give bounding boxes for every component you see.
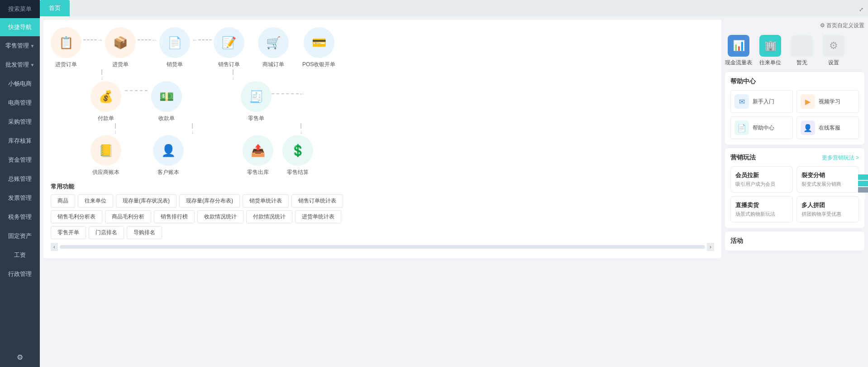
gear-icon[interactable]: ⚙ <box>0 348 40 367</box>
pos-to-lingshoud: ← <box>272 90 305 97</box>
custom-settings-bar[interactable]: ⚙ 首页自定义设置 <box>725 20 864 31</box>
lingshoud-label: 零售单 <box>248 115 264 122</box>
activity-card: 活动 <box>725 232 864 251</box>
sidebar-item-invoice[interactable]: 发票管理 <box>0 188 40 208</box>
sidebar-item-ledger[interactable]: 总账管理 <box>0 169 40 188</box>
func-btn-margin2[interactable]: 商品毛利分析 <box>105 210 151 223</box>
float-btn-community[interactable]: 服务社区 <box>858 181 868 186</box>
member-sub: 吸引用户成为会员 <box>735 181 788 188</box>
func-btn-purchase[interactable]: 进货单统计表 <box>295 210 341 223</box>
func-btn-partners[interactable]: 往来单位 <box>78 194 113 208</box>
cashflow-icon: 📊 <box>728 35 749 57</box>
sidebar-item-ecom-small[interactable]: 小畅电商 <box>0 74 40 93</box>
sidebar-search[interactable]: 搜索菜单 <box>0 0 40 18</box>
help-item-video[interactable]: ▶ 视频学习 <box>796 90 859 113</box>
node-gongyingsz[interactable]: 📒 供应商账本 <box>91 135 121 176</box>
node-fukuan[interactable]: 💰 付款单 <box>91 81 121 122</box>
marketing-more-link[interactable]: 更多营销玩法 > <box>822 154 859 162</box>
func-btn-receipt[interactable]: 收款情况统计 <box>197 210 243 223</box>
node-jinhuodd[interactable]: 📋 进货订单 <box>51 27 81 68</box>
node-pos[interactable]: 💳 POS收银开单 <box>302 27 335 68</box>
down-arrow-jinhuo: ↓ <box>91 69 113 81</box>
kehuz-icon: 👤 <box>153 135 184 166</box>
jinhuo-icon: 📦 <box>105 27 136 58</box>
sidebar-item-purchase[interactable]: 采购管理 <box>0 112 40 131</box>
func-btn-store-rank[interactable]: 门店排名 <box>89 226 124 239</box>
quick-icons-row: 📊 现金流量表 🏢 往来单位 暂无 ⚙ 设置 <box>725 35 864 67</box>
node-shangchengdd[interactable]: 🛒 商城订单 <box>258 27 289 68</box>
func-btn-goods[interactable]: 商品 <box>51 194 75 208</box>
sidebar-item-payroll[interactable]: 工资 <box>0 246 40 265</box>
func-btn-ranking[interactable]: 销售排行榜 <box>154 210 195 223</box>
marketing-live[interactable]: 直播卖货 场景式购物新玩法 <box>730 196 793 222</box>
float-btn-desktop[interactable]: 桌面快捷 <box>858 187 868 193</box>
down-arrow-fukuan: ↓ <box>91 123 140 135</box>
scroll-left-btn[interactable]: ‹ <box>51 243 58 251</box>
service-icon: 👤 <box>801 121 815 135</box>
gongyingsz-icon: 📒 <box>91 135 121 166</box>
arrow-right-2 <box>121 90 151 91</box>
sidebar-item-assets[interactable]: 固定资产 <box>0 227 40 246</box>
flow-diagram: 📋 进货订单 → 📦 进货单 <box>51 27 714 176</box>
sidebar-item-admin[interactable]: 行政管理 <box>0 265 40 284</box>
lingshouchk-icon: 📤 <box>243 135 273 166</box>
func-row-3: 零售开单 门店排名 导购排名 <box>51 226 714 239</box>
lingshoujs-label: 零售结算 <box>287 169 309 176</box>
node-lingshoujs[interactable]: 💲 零售结算 <box>282 135 313 176</box>
sidebar-item-tax[interactable]: 税务管理 <box>0 208 40 227</box>
custom-settings-label: 首页自定义设置 <box>826 22 864 29</box>
live-title: 直播卖货 <box>735 201 788 209</box>
arrow-left-2: ← <box>190 36 214 43</box>
func-btn-guide-rank[interactable]: 导购排名 <box>127 226 162 239</box>
jinhuo-label: 进货单 <box>112 61 129 68</box>
sidebar: 搜索菜单 快捷导航 零售管理 ▼ 批发管理 ▼ 小畅电商 电商管理 采购管理 库… <box>0 0 40 367</box>
down-arrow-shoukuan: ↓ <box>167 123 217 135</box>
quick-icon-none[interactable]: 暂无 <box>788 35 816 67</box>
group-sub: 拼团购物享受优惠 <box>801 211 854 217</box>
sidebar-item-wholesale[interactable]: 批发管理 ▼ <box>0 55 40 74</box>
xiaoshodd-icon: 📝 <box>214 27 244 58</box>
sidebar-item-inventory[interactable]: 库存核算 <box>0 131 40 150</box>
expand-icon[interactable]: ⤢ <box>854 3 868 16</box>
quick-icon-settings[interactable]: ⚙ 设置 <box>820 35 847 67</box>
node-xiaoshodd[interactable]: 📝 销售订单 <box>214 27 244 68</box>
marketing-group[interactable]: 多人拼团 拼团购物享受优惠 <box>796 196 859 222</box>
marketing-header: 营销玩法 更多营销玩法 > <box>730 154 859 162</box>
sidebar-item-finance[interactable]: 资金管理 <box>0 150 40 169</box>
quick-icon-cashflow[interactable]: 📊 现金流量表 <box>725 35 752 67</box>
flow-diagram-area: 📋 进货订单 → 📦 进货单 <box>51 27 714 176</box>
func-btn-retail-order[interactable]: 零售开单 <box>51 226 86 239</box>
sidebar-item-ecom-mgr[interactable]: 电商管理 <box>0 93 40 112</box>
func-btn-payment[interactable]: 付款情况统计 <box>246 210 292 223</box>
node-jinhuo[interactable]: 📦 进货单 <box>105 27 136 68</box>
quick-icon-partner[interactable]: 🏢 往来单位 <box>757 35 784 67</box>
scroll-row: ‹ › <box>51 243 714 251</box>
func-btn-margin1[interactable]: 销售毛利分析表 <box>51 210 102 223</box>
video-icon: ▶ <box>801 94 815 109</box>
node-lingshouchk[interactable]: 📤 零售出库 <box>243 135 273 176</box>
scroll-track[interactable] <box>60 245 705 249</box>
sidebar-item-retail[interactable]: 零售管理 ▼ <box>0 36 40 55</box>
float-btn-hotline[interactable]: 客服热线 <box>858 174 868 180</box>
func-btn-sales1[interactable]: 销货单统计表 <box>243 194 289 208</box>
func-row-2: 销售毛利分析表 商品毛利分析 销售排行榜 收款情况统计 付款情况统计 进货单统计… <box>51 210 714 223</box>
node-kehuz[interactable]: 👤 客户账本 <box>153 135 184 176</box>
marketing-fission[interactable]: 裂变分销 裂变式发展分销商 <box>796 166 859 193</box>
pos-label: POS收银开单 <box>302 61 335 68</box>
help-doc-label: 帮助中心 <box>753 124 774 132</box>
help-doc-icon: 📄 <box>734 121 749 135</box>
help-item-help[interactable]: 📄 帮助中心 <box>730 116 793 139</box>
func-btn-stock2[interactable]: 现存量(库存分布表) <box>179 194 240 208</box>
node-shoukuan[interactable]: 💵 收款单 <box>151 81 182 122</box>
help-item-service[interactable]: 👤 在线客服 <box>796 116 859 139</box>
marketing-member[interactable]: 会员拉新 吸引用户成为会员 <box>730 166 793 193</box>
kehuz-label: 客户账本 <box>157 169 179 176</box>
func-btn-stock1[interactable]: 现存量(库存状况表) <box>116 194 176 208</box>
help-item-beginner[interactable]: ✉ 新手入门 <box>730 90 793 113</box>
func-btn-sales2[interactable]: 销售订单统计表 <box>291 194 343 208</box>
tab-home[interactable]: 首页 <box>40 0 70 16</box>
node-lingshoud[interactable]: 🧾 零售单 <box>241 81 272 122</box>
sidebar-quicknav[interactable]: 快捷导航 <box>0 18 40 36</box>
node-xiaohuo[interactable]: 📄 销货单 <box>159 27 190 68</box>
scroll-right-btn[interactable]: › <box>707 243 714 251</box>
